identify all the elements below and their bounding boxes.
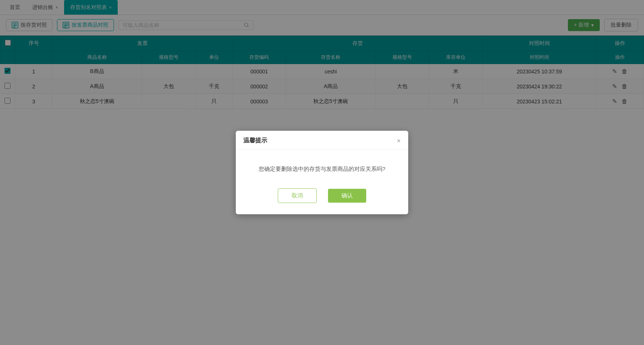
dialog-footer: 取消 确认 — [236, 185, 408, 214]
dialog-title: 温馨提示 — [243, 137, 267, 145]
dialog-body: 您确定要删除选中的存货与发票商品的对应关系吗? — [236, 149, 408, 185]
modal-overlay[interactable]: 温馨提示 × 您确定要删除选中的存货与发票商品的对应关系吗? 取消 确认 — [0, 0, 644, 345]
dialog-close-btn[interactable]: × — [397, 137, 401, 144]
confirm-dialog: 温馨提示 × 您确定要删除选中的存货与发票商品的对应关系吗? 取消 确认 — [236, 131, 408, 214]
dialog-cancel-button[interactable]: 取消 — [278, 188, 317, 203]
dialog-confirm-button[interactable]: 确认 — [328, 189, 366, 203]
dialog-header: 温馨提示 × — [236, 131, 408, 149]
